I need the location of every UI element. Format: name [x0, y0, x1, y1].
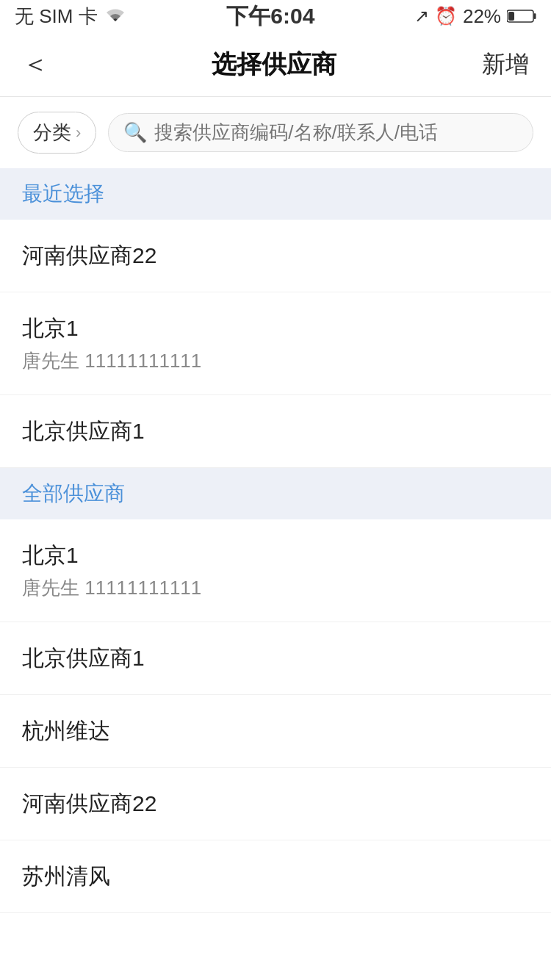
add-button[interactable]: 新增: [482, 48, 529, 81]
list-item-name: 杭州维达: [22, 716, 529, 746]
list-item-name: 北京1: [22, 313, 529, 344]
list-item-name: 北京供应商1: [22, 643, 529, 674]
status-time: 下午6:04: [226, 1, 314, 32]
category-filter[interactable]: 分类 ›: [18, 112, 96, 154]
battery-icon: [507, 9, 536, 24]
category-label: 分类: [33, 120, 71, 145]
all-list-item[interactable]: 苏州清风: [0, 840, 551, 913]
search-icon: 🔍: [123, 121, 147, 144]
all-list-item[interactable]: 河南供应商22: [0, 768, 551, 840]
chevron-right-icon: ›: [76, 123, 81, 143]
recent-items-list: 河南供应商22北京1唐先生 11111111111北京供应商1: [0, 220, 551, 468]
list-item-name: 北京供应商1: [22, 416, 529, 447]
back-button[interactable]: ＜: [22, 46, 66, 82]
page-title: 选择供应商: [212, 48, 336, 82]
recent-section-header: 最近选择: [0, 168, 551, 220]
all-section-label: 全部供应商: [22, 482, 125, 505]
all-list-item[interactable]: 北京1唐先生 11111111111: [0, 519, 551, 622]
list-item-sub: 唐先生 11111111111: [22, 575, 529, 601]
wifi-icon: [104, 8, 127, 24]
list-item-name: 河南供应商22: [22, 788, 529, 819]
list-item-name: 北京1: [22, 540, 529, 571]
all-list-item[interactable]: 杭州维达: [0, 695, 551, 768]
nav-bar: ＜ 选择供应商 新增: [0, 32, 551, 97]
filter-row: 分类 › 🔍: [0, 97, 551, 168]
recent-list-item[interactable]: 北京供应商1: [0, 395, 551, 468]
alarm-icon: ⏰: [435, 6, 457, 26]
search-input[interactable]: [154, 121, 518, 144]
svg-rect-1: [533, 13, 536, 19]
no-sim-text: 无 SIM 卡: [15, 4, 98, 29]
list-item-name: 河南供应商22: [22, 240, 529, 271]
location-icon: ↗: [414, 6, 429, 26]
recent-list-item[interactable]: 河南供应商22: [0, 220, 551, 292]
search-box[interactable]: 🔍: [108, 113, 533, 152]
status-bar: 无 SIM 卡 下午6:04 ↗ ⏰ 22%: [0, 0, 551, 32]
recent-list-item[interactable]: 北京1唐先生 11111111111: [0, 292, 551, 395]
list-item-sub: 唐先生 11111111111: [22, 348, 529, 374]
battery-text: 22%: [463, 5, 501, 28]
recent-section-label: 最近选择: [22, 182, 104, 205]
all-items-list: 北京1唐先生 11111111111北京供应商1杭州维达河南供应商22苏州清风: [0, 519, 551, 913]
status-left: 无 SIM 卡: [15, 4, 127, 29]
svg-rect-2: [508, 12, 514, 21]
list-item-name: 苏州清风: [22, 861, 529, 892]
all-list-item[interactable]: 北京供应商1: [0, 622, 551, 695]
all-section-header: 全部供应商: [0, 468, 551, 519]
status-right: ↗ ⏰ 22%: [414, 5, 536, 28]
